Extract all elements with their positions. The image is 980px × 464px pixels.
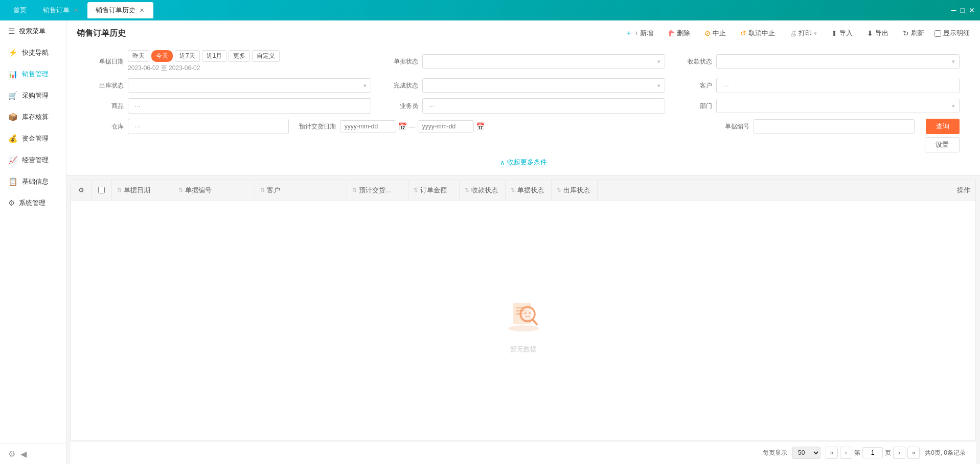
voucherno-input[interactable] xyxy=(754,119,915,134)
sidebar-item-sysadmin[interactable]: ⚙ 系统管理 xyxy=(0,192,66,214)
inventory-icon: 📦 xyxy=(8,113,18,122)
sort-docstatus-icon[interactable]: ⇅ xyxy=(511,187,515,193)
sidebar-purchase-label: 采购管理 xyxy=(22,91,49,100)
sidebar-finance-label: 资金管理 xyxy=(22,134,49,143)
maximize-btn[interactable]: □ xyxy=(961,6,965,14)
prev-page-button[interactable]: ‹ xyxy=(840,447,852,459)
sort-outstatus-icon[interactable]: ⇅ xyxy=(557,187,561,193)
refresh-icon: ↻ xyxy=(903,29,909,37)
content-area: 销售订单历史 ＋ + 新增 🗑 删除 ⊘ 中止 ↺ xyxy=(66,20,980,464)
svg-line-7 xyxy=(533,320,537,324)
last-page-button[interactable]: » xyxy=(907,447,920,459)
date-btn-today[interactable]: 今天 xyxy=(151,50,173,62)
date-btn-1month[interactable]: 近1月 xyxy=(202,50,227,62)
setting-button[interactable]: 设置 xyxy=(925,137,960,152)
warehouse-filter: 仓库 ··· xyxy=(87,119,289,134)
table-area: ⚙ ⇅ 单据日期 ⇅ 单据编号 ⇅ 客户 ⇅ xyxy=(71,180,976,441)
cancel-stop-button[interactable]: ↺ 取消中止 xyxy=(736,27,779,40)
query-button[interactable]: 查询 xyxy=(926,119,960,134)
export-button[interactable]: ⬇ 导出 xyxy=(863,27,893,40)
close-btn[interactable]: ✕ xyxy=(969,6,975,14)
complete-status-select[interactable]: ▾ xyxy=(422,78,666,93)
date-btn-custom[interactable]: 自定义 xyxy=(252,50,280,62)
sort-date-icon[interactable]: ⇅ xyxy=(117,187,122,193)
out-stock-status-select[interactable]: ▾ xyxy=(128,78,371,93)
goods-input[interactable]: ··· xyxy=(128,98,371,114)
print-button[interactable]: 🖨 打印 ▾ xyxy=(785,27,821,40)
sidebar-item-inventory[interactable]: 📦 库存核算 xyxy=(0,106,66,128)
sidebar-item-sales[interactable]: 📊 销售管理 xyxy=(0,63,66,85)
refresh-button[interactable]: ↻ 刷新 xyxy=(899,27,928,40)
goods-label: 商品 xyxy=(87,102,128,111)
customer-input[interactable]: ··· xyxy=(716,78,960,93)
salesrep-input[interactable]: ··· xyxy=(422,98,666,114)
sidebar-item-basicinfo[interactable]: 📋 基础信息 xyxy=(0,171,66,192)
show-detail-checkbox[interactable] xyxy=(935,30,941,37)
voucher-status-select[interactable]: ▾ xyxy=(422,54,666,69)
operation-icon: 📈 xyxy=(8,156,18,165)
sidebar-settings-icon[interactable]: ⚙ xyxy=(8,449,15,459)
sysadmin-icon: ⚙ xyxy=(8,198,15,208)
department-select[interactable]: ▾ xyxy=(716,99,960,113)
new-icon: ＋ xyxy=(625,29,632,38)
page-title-row: 销售订单历史 ＋ + 新增 🗑 删除 ⊘ 中止 ↺ xyxy=(77,27,970,40)
sort-amount-icon[interactable]: ⇅ xyxy=(414,187,418,193)
calendar-to-icon[interactable]: 📅 xyxy=(476,122,485,130)
th-docstatus: ⇅ 单据状态 xyxy=(506,180,552,200)
sidebar-item-search[interactable]: ☰ 搜索菜单 xyxy=(0,20,66,42)
next-page-button[interactable]: › xyxy=(893,447,905,459)
collapse-filter-row[interactable]: ∧ 收起更多条件 xyxy=(87,156,960,170)
new-button[interactable]: ＋ + 新增 xyxy=(621,27,657,40)
page-title: 销售订单历史 xyxy=(77,28,126,39)
th-checkbox[interactable] xyxy=(92,180,112,200)
query-action-buttons: 查询 设置 xyxy=(925,119,960,152)
svg-point-0 xyxy=(508,325,539,332)
tab-sales-order-history[interactable]: 销售订单历史 ✕ xyxy=(87,2,153,18)
receipt-status-select[interactable]: ▾ xyxy=(716,54,960,69)
page-size-select[interactable]: 20 50 100 200 xyxy=(792,447,821,459)
show-detail-checkbox-wrapper[interactable]: 显示明细 xyxy=(935,29,970,38)
date-btn-7days[interactable]: 近7天 xyxy=(175,50,200,62)
complete-status-label: 完成状态 xyxy=(381,81,422,90)
th-docno-label: 单据编号 xyxy=(185,186,212,195)
sidebar-item-operation[interactable]: 📈 经营管理 xyxy=(0,149,66,171)
sidebar-collapse-icon[interactable]: ◀ xyxy=(20,449,27,459)
first-page-button[interactable]: « xyxy=(826,447,838,459)
sidebar-item-finance[interactable]: 💰 资金管理 xyxy=(0,128,66,149)
th-operation-label: 操作 xyxy=(957,186,970,195)
sort-receipt-icon[interactable]: ⇅ xyxy=(465,187,469,193)
page-number-input[interactable] xyxy=(862,447,883,458)
print-label: 打印 xyxy=(799,29,812,38)
stop-button[interactable]: ⊘ 中止 xyxy=(700,27,730,40)
sort-customer-icon[interactable]: ⇅ xyxy=(260,187,265,193)
sort-delivery-icon[interactable]: ⇅ xyxy=(352,187,357,193)
tab-sales-order[interactable]: 销售订单 ✕ xyxy=(35,2,87,18)
date-btn-more[interactable]: 更多 xyxy=(229,50,250,62)
voucherno-filter: 单据编号 xyxy=(713,119,915,134)
print-icon: 🖨 xyxy=(789,29,796,37)
sidebar-item-purchase[interactable]: 🛒 采购管理 xyxy=(0,85,66,106)
th-outstatus-label: 出库状态 xyxy=(563,186,590,195)
export-label: 导出 xyxy=(875,29,888,38)
tab-sales-order-history-close[interactable]: ✕ xyxy=(139,7,145,14)
delivery-date-from[interactable] xyxy=(340,120,396,132)
select-all-checkbox[interactable] xyxy=(98,187,105,193)
sidebar-item-quicknav[interactable]: ⚡ 快捷导航 xyxy=(0,42,66,63)
tab-sales-order-close[interactable]: ✕ xyxy=(73,7,79,14)
calendar-from-icon[interactable]: 📅 xyxy=(398,122,407,130)
voucherno-label: 单据编号 xyxy=(713,122,754,131)
sort-docno-icon[interactable]: ⇅ xyxy=(178,187,183,193)
warehouse-input[interactable]: ··· xyxy=(128,119,289,134)
page-header: 销售订单历史 ＋ + 新增 🗑 删除 ⊘ 中止 ↺ xyxy=(66,20,980,175)
minimize-btn[interactable]: ─ xyxy=(951,6,956,14)
delete-icon: 🗑 xyxy=(668,29,675,37)
th-settings[interactable]: ⚙ xyxy=(71,180,92,200)
date-quick-buttons: 昨天 今天 近7天 近1月 更多 自定义 xyxy=(128,50,371,62)
delivery-date-to[interactable] xyxy=(418,120,474,132)
import-button[interactable]: ⬆ 导入 xyxy=(827,27,857,40)
tab-home[interactable]: 首页 xyxy=(5,2,35,18)
delete-button[interactable]: 🗑 删除 xyxy=(664,27,694,40)
sidebar-operation-label: 经营管理 xyxy=(22,156,49,165)
department-label: 部门 xyxy=(675,102,716,111)
date-btn-yesterday[interactable]: 昨天 xyxy=(128,50,149,62)
